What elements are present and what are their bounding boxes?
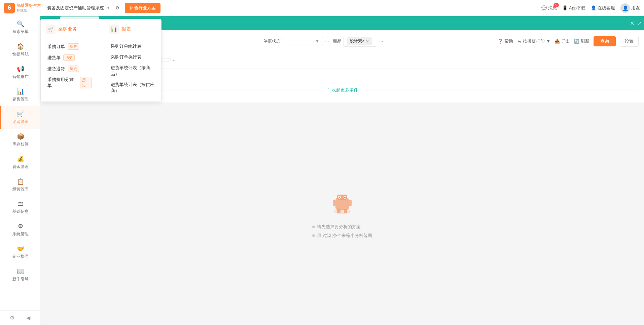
home-icon: 🏠 <box>17 43 24 50</box>
purchase-col: 🛒 采购业务 采购订单 历史 进货单 历史 进货退货 历史 采购费用分摊单 历史 <box>46 25 93 96</box>
sidebar-item-finance[interactable]: 💰 资金管理 <box>0 151 40 174</box>
tab-close-window-icon[interactable]: ✕ <box>630 20 634 27</box>
tab-maximize-icon[interactable]: ⤢ <box>637 20 641 27</box>
report-section-title: 报表 <box>121 26 131 32</box>
goods-tag: 设计素× ✕ <box>347 37 372 45</box>
sidebar-item-operations[interactable]: 📋 经营管理 <box>0 174 40 196</box>
sidebar-label-operations: 经营管理 <box>12 187 29 192</box>
sidebar-label-inventory: 库存核算 <box>12 141 29 147</box>
menu-item-report-order-stat[interactable]: 采购订单统计表 <box>109 41 156 52</box>
settings-icon[interactable]: ⚙ <box>113 3 122 13</box>
message-btn[interactable]: 💬 消息 5 <box>541 5 557 11</box>
sep-line-right <box>361 90 639 90</box>
online-service-btn[interactable]: 👤 在线客服 <box>591 5 615 11</box>
brand-sub: 标准版 <box>17 8 41 13</box>
inventory-icon: 📦 <box>17 133 24 140</box>
industry-button[interactable]: 体验行业方案 <box>125 3 160 13</box>
query-button[interactable]: 查询 <box>594 36 616 46</box>
sidebar-item-search[interactable]: 🔍 搜索菜单 <box>0 16 40 39</box>
menu-item-report-order-exec[interactable]: 采购订单执行表 <box>109 52 156 63</box>
settings-filter-button[interactable]: 设置 <box>620 36 639 47</box>
sidebar-label-finance: 资金管理 <box>12 164 29 170</box>
print-icon: 🖨 <box>517 39 522 44</box>
refresh-label: 刷新 <box>581 38 589 44</box>
purchase-order-history[interactable]: 历史 <box>68 43 79 50</box>
svg-rect-10 <box>344 209 347 213</box>
enterprise-icon: 🤝 <box>17 245 24 252</box>
svg-rect-9 <box>337 209 341 213</box>
purchase-col-header: 🛒 采购业务 <box>46 25 93 37</box>
sidebar-item-purchase[interactable]: 🛒 采购管理 <box>0 106 40 129</box>
sales-icon: 📊 <box>17 88 24 95</box>
export-label: 导出 <box>561 38 570 44</box>
empty-hint-1: 请先选择要分析的方案 <box>312 224 372 230</box>
sidebar-item-marketing[interactable]: 📢 营销推广 <box>0 61 40 84</box>
sidebar-label-guide: 新手引导 <box>12 276 29 282</box>
user-btn[interactable]: 👤 用友 <box>620 3 640 13</box>
status-dropdown-icon: ▼ <box>315 39 320 44</box>
system-title: 装备及固定资产辅助管理系统 <box>47 5 104 11</box>
sidebar-item-enterprise[interactable]: 🤝 企业协同 <box>0 241 40 263</box>
sidebar: 🔍 搜索菜单 🏠 快捷导航 📢 营销推广 📊 销售管理 🛒 采购管理 📦 库存核… <box>0 16 40 325</box>
status-label: 单据状态 <box>263 38 281 44</box>
goods-filter: 商品 设计素× ✕ ··· <box>333 36 383 47</box>
sidebar-label-system: 系统管理 <box>12 231 29 237</box>
status-dots[interactable]: ··· <box>325 39 329 44</box>
purchase-return-history[interactable]: 历史 <box>68 66 79 72</box>
status-input[interactable]: ▼ <box>283 37 323 45</box>
phone-icon: 📱 <box>562 5 568 10</box>
sidebar-item-inventory[interactable]: 📦 库存核算 <box>0 129 40 151</box>
help-icon: ❓ <box>498 39 503 44</box>
search-icon: 🔍 <box>17 20 24 28</box>
tab-bar-right: ✕ ⤢ <box>630 20 644 27</box>
purchase-return-label: 进货退货 <box>47 66 65 72</box>
marketing-icon: 📢 <box>17 65 24 73</box>
purchase-expense-history[interactable]: 历史 <box>80 77 92 88</box>
purchase-receipt-history[interactable]: 历史 <box>63 54 75 61</box>
goods-dots[interactable]: ··· <box>379 39 383 44</box>
export-btn[interactable]: 📤 导出 <box>554 38 570 44</box>
sidebar-item-basic-info[interactable]: 🗃 基础信息 <box>0 196 40 218</box>
menu-item-purchase-expense[interactable]: 采购费用分摊单 历史 <box>46 74 93 91</box>
goods-input[interactable]: 设计素× ✕ <box>344 36 377 47</box>
menu-item-report-receipt-goods[interactable]: 进货单统计表（按商品） <box>109 63 156 79</box>
sidebar-item-system[interactable]: ⚙ 系统管理 <box>0 218 40 241</box>
sidebar-collapse-btn[interactable]: ◀ <box>26 315 30 321</box>
sidebar-item-sales[interactable]: 📊 销售管理 <box>0 84 40 106</box>
refresh-btn[interactable]: 🔄 刷新 <box>574 38 589 44</box>
menu-item-purchase-return[interactable]: 进货退货 历史 <box>46 63 93 74</box>
menu-item-report-receipt-supplier[interactable]: 进货单统计表（按供应商） <box>109 79 156 96</box>
operations-icon: 📋 <box>17 178 24 185</box>
brand-text: 畅捷通好生意 标准版 <box>17 3 41 13</box>
help-label: 帮助 <box>504 38 513 44</box>
app-download-btn[interactable]: 📱 App下载 <box>562 5 585 11</box>
salesperson-dots[interactable]: ··· <box>173 57 177 63</box>
help-btn[interactable]: ❓ 帮助 <box>498 38 513 44</box>
menu-item-purchase-order[interactable]: 采购订单 历史 <box>46 41 93 52</box>
report-receipt-goods-label: 进货单统计表（按商品） <box>111 65 155 77</box>
print-btn[interactable]: 🖨 按模板打印 ▼ <box>517 38 550 44</box>
sidebar-settings-btn[interactable]: ⚙ <box>10 315 14 321</box>
topbar: 6 畅捷通好生意 标准版 装备及固定资产辅助管理系统 ▼ ⚙ 体验行业方案 💬 … <box>0 0 644 16</box>
guide-icon: 📖 <box>17 268 24 275</box>
app-download-label: App下载 <box>569 5 585 11</box>
collapse-btn[interactable]: ⌃ 收起更多条件 <box>324 84 361 96</box>
basic-info-icon: 🗃 <box>17 200 24 207</box>
sidebar-item-guide[interactable]: 📖 新手引导 <box>0 263 40 286</box>
finance-icon: 💰 <box>17 155 24 163</box>
goods-tag-close[interactable]: ✕ <box>366 39 369 44</box>
collapse-up-icon: ⌃ <box>327 88 330 93</box>
report-order-exec-label: 采购订单执行表 <box>111 54 141 60</box>
svg-rect-7 <box>333 200 335 206</box>
empty-svg <box>325 186 359 220</box>
online-service-label: 在线客服 <box>598 5 615 11</box>
report-order-stat-label: 采购订单统计表 <box>111 43 141 49</box>
empty-illustration <box>325 186 359 220</box>
report-section-icon: 📊 <box>109 25 119 34</box>
menu-item-purchase-receipt[interactable]: 进货单 历史 <box>46 52 93 63</box>
dropdown-cols: 🛒 采购业务 采购订单 历史 进货单 历史 进货退货 历史 采购费用分摊单 历史 <box>46 25 156 96</box>
print-label: 按模板打印 <box>523 38 545 44</box>
toolbar-right: ❓ 帮助 🖨 按模板打印 ▼ 📤 导出 🔄 <box>498 36 639 47</box>
goods-label: 商品 <box>333 38 342 44</box>
sidebar-item-quick-nav[interactable]: 🏠 快捷导航 <box>0 39 40 61</box>
